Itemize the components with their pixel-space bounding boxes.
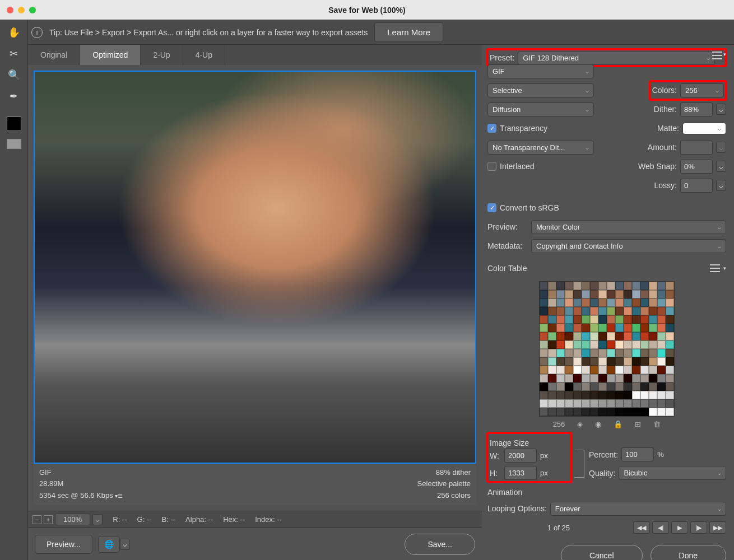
color-swatch[interactable]	[624, 315, 632, 324]
color-swatch[interactable]	[657, 399, 666, 408]
color-swatch[interactable]	[556, 307, 565, 315]
next-frame-icon[interactable]: |▶	[690, 521, 707, 534]
color-swatch[interactable]	[615, 408, 624, 416]
color-swatch[interactable]	[632, 282, 640, 290]
color-swatch[interactable]	[540, 315, 548, 324]
color-swatch[interactable]	[548, 298, 556, 307]
color-swatch[interactable]	[607, 399, 615, 408]
preview-canvas[interactable]	[34, 71, 476, 464]
color-swatch[interactable]	[640, 282, 649, 290]
color-swatch[interactable]	[582, 374, 590, 382]
color-swatch[interactable]	[666, 382, 674, 391]
tab-4up[interactable]: 4-Up	[183, 45, 225, 65]
color-swatch[interactable]	[615, 332, 624, 340]
color-swatch[interactable]	[565, 282, 573, 290]
color-swatch[interactable]	[565, 357, 573, 366]
color-swatch[interactable]	[666, 340, 674, 349]
color-swatch[interactable]	[565, 332, 573, 340]
color-swatch[interactable]	[615, 315, 624, 324]
color-swatch[interactable]	[548, 307, 556, 315]
toggle-slices-icon[interactable]	[7, 139, 21, 149]
color-reduction-dropdown[interactable]: Selective⌵	[487, 83, 594, 97]
save-button[interactable]: Save...	[405, 534, 475, 555]
websnap-input[interactable]	[680, 160, 713, 174]
last-frame-icon[interactable]: ▶▶	[709, 521, 726, 534]
color-swatch[interactable]	[582, 382, 590, 391]
color-swatch[interactable]	[640, 408, 649, 416]
color-swatch[interactable]	[590, 332, 598, 340]
color-swatch[interactable]	[582, 391, 590, 399]
color-swatch[interactable]	[632, 290, 640, 298]
color-swatch[interactable]	[607, 408, 615, 416]
color-swatch[interactable]	[615, 366, 624, 374]
zoom-out-icon[interactable]: −	[32, 515, 41, 524]
color-swatch[interactable]	[582, 298, 590, 307]
color-swatch[interactable]	[640, 399, 649, 408]
color-swatch[interactable]	[640, 374, 649, 382]
color-swatch[interactable]	[624, 324, 632, 332]
color-swatch[interactable]	[556, 298, 565, 307]
tab-2up[interactable]: 2-Up	[141, 45, 183, 65]
play-icon[interactable]: ▶	[671, 521, 688, 534]
color-swatch[interactable]	[548, 340, 556, 349]
zoom-value[interactable]: 100%	[55, 514, 90, 525]
color-swatch[interactable]	[598, 315, 607, 324]
color-swatch[interactable]	[666, 399, 674, 408]
color-swatch[interactable]	[590, 399, 598, 408]
lossy-input[interactable]	[680, 179, 713, 193]
color-swatch[interactable]	[632, 357, 640, 366]
color-swatch[interactable]	[548, 324, 556, 332]
ct-map-icon[interactable]: ◈	[577, 420, 583, 428]
color-swatch[interactable]	[540, 282, 548, 290]
color-swatch[interactable]	[657, 340, 666, 349]
color-swatch[interactable]	[607, 290, 615, 298]
color-swatch[interactable]	[598, 298, 607, 307]
hand-tool-icon[interactable]: ✋	[6, 26, 22, 39]
color-swatch[interactable]	[615, 349, 624, 357]
format-dropdown[interactable]: GIF⌵	[487, 64, 594, 78]
color-swatch[interactable]	[565, 391, 573, 399]
color-swatch[interactable]	[548, 332, 556, 340]
color-swatch[interactable]	[607, 340, 615, 349]
tab-original[interactable]: Original	[28, 45, 80, 65]
transparency-dither-dropdown[interactable]: No Transparency Dit...⌵	[487, 141, 594, 155]
websnap-stepper-icon[interactable]: ⌵	[716, 161, 726, 172]
dither-method-dropdown[interactable]: Diffusion⌵	[487, 102, 594, 116]
color-swatch[interactable]	[548, 349, 556, 357]
color-swatch[interactable]	[657, 357, 666, 366]
color-swatch[interactable]	[615, 374, 624, 382]
color-swatch[interactable]	[624, 374, 632, 382]
color-swatch[interactable]	[556, 332, 565, 340]
color-swatch[interactable]	[607, 332, 615, 340]
color-swatch[interactable]	[624, 399, 632, 408]
color-swatch[interactable]	[649, 282, 657, 290]
looping-dropdown[interactable]: Forever⌵	[550, 502, 726, 516]
cancel-button[interactable]: Cancel	[561, 545, 643, 560]
color-swatch[interactable]	[632, 391, 640, 399]
color-swatch[interactable]	[556, 391, 565, 399]
color-swatch[interactable]	[666, 290, 674, 298]
color-swatch[interactable]	[556, 382, 565, 391]
color-swatch[interactable]	[590, 408, 598, 416]
color-swatch[interactable]	[582, 340, 590, 349]
color-swatch[interactable]	[582, 332, 590, 340]
color-swatch[interactable]	[607, 298, 615, 307]
color-swatch[interactable]	[607, 391, 615, 399]
color-swatch[interactable]	[598, 391, 607, 399]
color-swatch[interactable]	[598, 408, 607, 416]
color-swatch[interactable]	[573, 332, 582, 340]
color-swatch[interactable]	[666, 408, 674, 416]
color-swatch[interactable]	[649, 374, 657, 382]
color-swatch[interactable]	[548, 315, 556, 324]
color-swatch[interactable]	[607, 282, 615, 290]
color-swatch[interactable]	[582, 399, 590, 408]
color-swatch[interactable]	[540, 298, 548, 307]
color-swatch[interactable]	[649, 366, 657, 374]
color-swatch[interactable]	[565, 315, 573, 324]
color-swatch[interactable]	[540, 374, 548, 382]
color-swatch[interactable]	[632, 408, 640, 416]
color-swatch[interactable]	[540, 382, 548, 391]
color-swatch[interactable]	[565, 290, 573, 298]
color-swatch[interactable]	[640, 307, 649, 315]
close-window-icon[interactable]	[7, 7, 13, 13]
